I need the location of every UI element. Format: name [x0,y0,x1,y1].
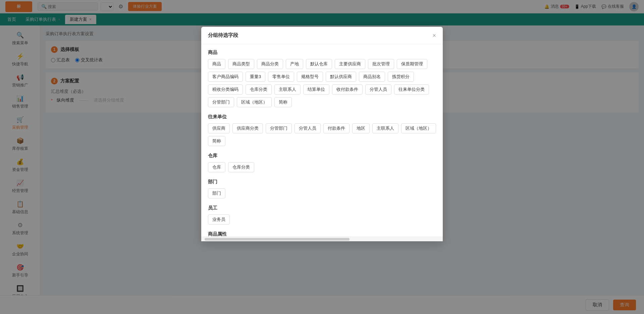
field-group-department: 部门 部门 [208,179,436,198]
modal-close-btn[interactable]: × [432,33,436,39]
field-tags-goods: 商品 商品类型 商品分类 产地 默认仓库 主要供应商 批次管理 保质期管理 客户… [208,59,436,107]
field-tag[interactable]: 简称 [274,97,292,107]
field-tag[interactable]: 区域（地区） [237,97,272,107]
field-tag[interactable]: 默认供应商 [326,72,356,82]
field-tag[interactable]: 商品 [208,59,225,69]
field-tag[interactable]: 规格型号 [297,72,323,82]
field-select-modal: 分组待选字段 × 商品 商品 商品类型 商品分类 产地 默认仓库 主要供应商 批… [201,27,443,241]
modal-title: 分组待选字段 [208,32,238,39]
field-tag[interactable]: 拣货积分 [388,72,414,82]
field-tags-staff: 业务员 [208,214,436,225]
scrollbar-thumb [205,238,350,241]
field-tag[interactable]: 商品别名 [359,72,385,82]
group-title-staff: 员工 [208,205,436,211]
field-tag[interactable]: 供应商分类 [232,123,263,133]
field-tag[interactable]: 批次管理 [368,59,394,69]
field-tag[interactable]: 业务员 [208,214,230,225]
field-tag[interactable]: 主要供应商 [335,59,365,69]
group-title-department: 部门 [208,179,436,185]
modal-body: 商品 商品 商品类型 商品分类 产地 默认仓库 主要供应商 批次管理 保质期管理… [201,44,443,237]
field-tag[interactable]: 分管部门 [266,123,292,133]
modal-overlay: 分组待选字段 × 商品 商品 商品类型 商品分类 产地 默认仓库 主要供应商 批… [0,0,644,314]
field-tag[interactable]: 简称 [208,136,225,146]
field-tag[interactable]: 区域（地区） [401,123,436,133]
field-tag[interactable]: 重量3 [246,72,265,82]
field-tag[interactable]: 保质期管理 [397,59,427,69]
field-tag[interactable]: 结算单位 [303,84,329,95]
field-tags-department: 部门 [208,188,436,198]
field-tag[interactable]: 商品分类 [257,59,283,69]
field-tag[interactable]: 主联系人 [274,84,301,95]
field-tag[interactable]: 仓库 [208,162,225,172]
field-tag[interactable]: 分管人员 [365,84,391,95]
field-tag[interactable]: 供应商 [208,123,230,133]
modal-horizontal-scrollbar[interactable] [201,237,443,241]
field-tag[interactable]: 税收分类编码 [208,84,243,95]
field-tag[interactable]: 默认仓库 [306,59,332,69]
field-tag[interactable]: 分管人员 [294,123,321,133]
group-title-goods: 商品 [208,50,436,56]
field-tag[interactable]: 客户商品编码 [208,72,243,82]
group-title-warehouse: 仓库 [208,153,436,159]
field-tags-warehouse: 仓库 仓库分类 [208,162,436,172]
field-tag[interactable]: 产地 [286,59,303,69]
field-group-counterpart: 往来单位 供应商 供应商分类 分管部门 分管人员 付款条件 地区 主联系人 区域… [208,114,436,146]
field-tag[interactable]: 付款条件 [323,123,350,133]
field-tag[interactable]: 部门 [208,188,225,198]
field-group-attrs: 商品属性 属性 颜色 多规格 尺码 鞋码 1 [208,231,436,237]
field-tag[interactable]: 仓库分类 [246,84,272,95]
group-title-attrs: 商品属性 [208,231,436,237]
field-group-warehouse: 仓库 仓库 仓库分类 [208,153,436,172]
field-tags-counterpart: 供应商 供应商分类 分管部门 分管人员 付款条件 地区 主联系人 区域（地区） … [208,123,436,146]
modal-header: 分组待选字段 × [201,27,443,44]
field-tag[interactable]: 地区 [352,123,370,133]
field-group-staff: 员工 业务员 [208,205,436,225]
field-tag[interactable]: 分管部门 [208,97,234,107]
field-tag[interactable]: 往来单位分类 [394,84,429,95]
field-tag[interactable]: 收付款条件 [332,84,363,95]
field-tag[interactable]: 零售单位 [268,72,294,82]
field-tag[interactable]: 商品类型 [228,59,254,69]
field-tag[interactable]: 主联系人 [372,123,398,133]
field-group-goods: 商品 商品 商品类型 商品分类 产地 默认仓库 主要供应商 批次管理 保质期管理… [208,50,436,107]
field-tag[interactable]: 仓库分类 [228,162,254,172]
group-title-counterpart: 往来单位 [208,114,436,120]
